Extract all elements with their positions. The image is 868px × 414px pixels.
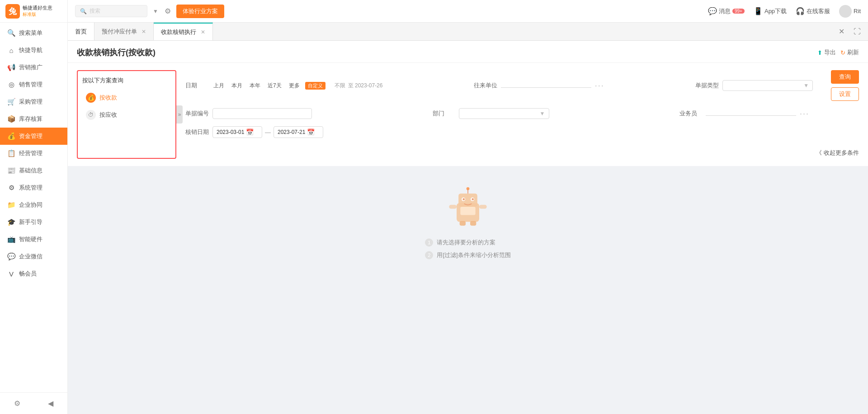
staff-dots-btn[interactable]: ··· <box>800 109 809 119</box>
filter-by-receipt[interactable]: 💰 按收款 <box>82 90 171 105</box>
guide-icon: 🎓 <box>7 218 15 226</box>
date-7days[interactable]: 近7天 <box>266 81 283 90</box>
topbar-search[interactable]: 🔍 搜索 <box>75 5 147 17</box>
settings-btn[interactable]: 设置 <box>831 87 859 101</box>
date-last-month[interactable]: 上月 <box>212 81 226 90</box>
inventory-icon: 📦 <box>7 115 15 123</box>
doctype-arrow-icon: ▼ <box>803 82 809 89</box>
filter-customer-field: 往来单位 ··· <box>474 81 604 90</box>
tabbar-actions: ✕ ⛶ <box>836 23 868 40</box>
tab-collect-close[interactable]: ✕ <box>201 29 205 35</box>
search-icon: 🔍 <box>80 8 87 14</box>
date-this-month[interactable]: 本月 <box>230 81 244 90</box>
verify-date-end[interactable]: 2023-07-21 📅 <box>274 126 323 138</box>
date-to-text: 至 2023-07-26 <box>348 82 383 90</box>
customer-dots-btn[interactable]: ··· <box>595 81 604 90</box>
date-separator: — <box>265 129 271 136</box>
export-btn[interactable]: ⬆ 导出 <box>817 48 836 57</box>
tip-num-1: 1 <box>425 238 433 247</box>
service-icon: 🎧 <box>796 7 805 15</box>
docno-input[interactable] <box>212 108 312 119</box>
sidebar-item-wechat[interactable]: 💬 企业微信 <box>0 248 67 265</box>
sidebar-item-marketing[interactable]: 📢 营销推广 <box>0 59 67 76</box>
sidebar-item-system[interactable]: ⚙ 系统管理 <box>0 179 67 196</box>
filter-row-3: 核销日期 2023-03-01 📅 — 2023-07-21 📅 <box>185 126 859 138</box>
calendar-start-icon: 📅 <box>246 128 254 136</box>
doctype-label: 单据类型 <box>695 81 719 90</box>
filter-row-1: 日期 上月 本月 本年 近7天 更多 自定义 不限 至 2023-07-26 <box>185 70 859 101</box>
topbar-chevron-icon[interactable]: ▼ <box>153 8 158 14</box>
doctype-select[interactable]: ▼ <box>722 80 813 91</box>
sidebar-collapse-btn[interactable]: ◀ <box>43 396 58 410</box>
tab-prepay-close[interactable]: ✕ <box>142 29 146 35</box>
dept-select[interactable]: ▼ <box>459 108 549 119</box>
svg-rect-12 <box>460 207 475 215</box>
verify-date-group: 2023-03-01 📅 — 2023-07-21 📅 <box>212 126 323 138</box>
verify-date-start[interactable]: 2023-03-01 📅 <box>212 126 262 138</box>
sidebar-item-purchase[interactable]: 🛒 采购管理 <box>0 93 67 110</box>
sidebar-item-enterprise[interactable]: 📁 企业协同 <box>0 196 67 214</box>
refresh-btn[interactable]: ↻ 刷新 <box>840 48 859 57</box>
sidebar-item-hardware[interactable]: 📺 智能硬件 <box>0 231 67 248</box>
sidebar: 兔 畅捷通好生意 标准版 🔍 搜索菜单 ⌂ 快捷导航 📢 营销推广 ◎ 销售管理… <box>0 0 68 414</box>
topbar: 🔍 搜索 ▼ ⚙ 体验行业方案 💬 消息 99+ 📱 App下载 🎧 在线客服 … <box>68 0 868 23</box>
dept-arrow-icon: ▼ <box>540 110 545 117</box>
tip-num-2: 2 <box>425 251 433 259</box>
topbar-app-download[interactable]: 📱 App下载 <box>754 7 787 15</box>
sidebar-item-vip[interactable]: V 畅会员 <box>0 265 67 282</box>
tab-prepay[interactable]: 预付冲应付单 ✕ <box>94 23 154 40</box>
filter-docno-field: 单据编号 <box>185 108 312 119</box>
svg-point-4 <box>463 198 465 200</box>
operation-icon: 📋 <box>7 149 15 157</box>
customer-input[interactable] <box>501 84 591 88</box>
empty-illustration <box>445 184 491 229</box>
date-this-year[interactable]: 本年 <box>248 81 262 90</box>
app-logo: 兔 畅捷通好生意 标准版 <box>0 0 67 23</box>
topbar-gear-icon[interactable]: ⚙ <box>165 7 171 15</box>
svg-rect-8 <box>460 221 466 226</box>
topbar-msg[interactable]: 💬 消息 99+ <box>708 7 745 15</box>
date-more[interactable]: 更多 <box>287 81 302 90</box>
tip-item-2: 2 用[过滤]条件来缩小分析范围 <box>425 251 510 259</box>
app-icon: 📱 <box>754 7 763 15</box>
svg-point-5 <box>472 198 474 200</box>
system-icon: ⚙ <box>7 184 15 192</box>
sales-icon: ◎ <box>7 81 15 89</box>
sidebar-item-search[interactable]: 🔍 搜索菜单 <box>0 24 67 42</box>
page-header: 收款核销执行(按收款) ⬆ 导出 ↻ 刷新 <box>68 41 868 63</box>
collapse-more-btn[interactable]: 《 收起更多条件 <box>816 147 859 159</box>
username: Rit <box>854 8 861 14</box>
filter-collapse-btn[interactable]: » <box>176 105 183 124</box>
sidebar-settings-btn[interactable]: ⚙ <box>9 396 25 410</box>
tabbar: 首页 预付冲应付单 ✕ 收款核销执行 ✕ ✕ ⛶ <box>68 23 868 41</box>
svg-rect-9 <box>470 221 476 226</box>
sidebar-item-basic-info[interactable]: 📰 基础信息 <box>0 162 67 179</box>
page-header-actions: ⬆ 导出 ↻ 刷新 <box>817 48 859 57</box>
wechat-icon: 💬 <box>7 252 15 261</box>
query-btn[interactable]: 查询 <box>831 70 859 84</box>
topbar-user[interactable]: Rit <box>839 5 861 18</box>
sidebar-item-sales[interactable]: ◎ 销售管理 <box>0 76 67 93</box>
collapse-chevron-icon: 《 <box>816 149 822 157</box>
dept-label: 部门 <box>433 109 455 118</box>
sidebar-item-inventory[interactable]: 📦 库存核算 <box>0 110 67 128</box>
verifydate-label: 核销日期 <box>185 128 209 136</box>
filter-doctype-field: 单据类型 ▼ <box>695 80 822 91</box>
sidebar-item-finance[interactable]: 💰 资金管理 <box>0 128 67 145</box>
tab-collect[interactable]: 收款核销执行 ✕ <box>154 23 213 40</box>
message-icon: 💬 <box>708 7 717 15</box>
staff-input[interactable] <box>706 112 796 116</box>
tab-close-all-btn[interactable]: ✕ <box>836 25 847 38</box>
industry-btn[interactable]: 体验行业方案 <box>176 5 224 18</box>
logo-sub: 标准版 <box>23 11 52 18</box>
tab-home[interactable]: 首页 <box>68 23 94 40</box>
tab-expand-btn[interactable]: ⛶ <box>851 26 863 38</box>
sidebar-item-operation[interactable]: 📋 经营管理 <box>0 145 67 162</box>
sidebar-item-quick-nav[interactable]: ⌂ 快捷导航 <box>0 42 67 59</box>
sidebar-item-guide[interactable]: 🎓 新手引导 <box>0 214 67 231</box>
refresh-icon: ↻ <box>840 49 845 56</box>
docno-label: 单据编号 <box>185 109 209 118</box>
staff-label: 业务员 <box>679 109 702 118</box>
topbar-service[interactable]: 🎧 在线客服 <box>796 7 830 15</box>
filter-by-receivable[interactable]: ⏱ 按应收 <box>82 107 171 123</box>
